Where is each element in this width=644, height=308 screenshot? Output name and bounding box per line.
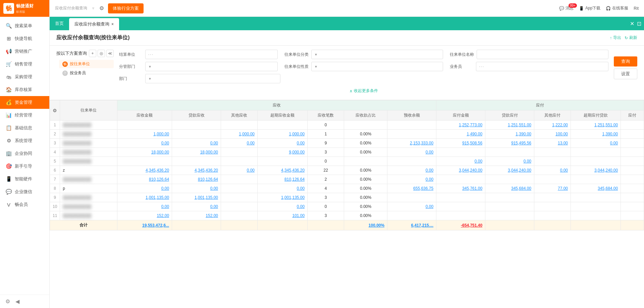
row-ar_advance-2[interactable]: 2,153,333.00 <box>387 139 436 148</box>
row-ar_other-1[interactable]: 1,000.00 <box>221 130 258 139</box>
row-ar_overdue-6[interactable]: 810,126.64 <box>258 175 308 184</box>
row-ap_amount-5[interactable]: 3,044,240.00 <box>436 166 485 175</box>
sidebar-item-smart-hw[interactable]: 📱智能硬件 <box>0 173 49 185</box>
query-button[interactable]: 查询 <box>614 56 637 67</box>
settlement-unit-input[interactable]: ··· <box>145 50 278 59</box>
row-ar_amount-9[interactable]: 0.00 <box>117 202 172 211</box>
row-ar_amount-7[interactable]: 0.00 <box>117 184 172 193</box>
sidebar-item-capital[interactable]: 💰资金管理 <box>0 96 49 109</box>
sidebar-item-search-menu[interactable]: 🔍搜索菜单 <box>0 19 49 32</box>
row-ap_other-7[interactable]: 77.00 <box>534 184 571 193</box>
row-ar_loan-6[interactable]: 810,126.64 <box>172 175 221 184</box>
branch-dept-input[interactable]: ▼ <box>145 62 278 71</box>
row-ar_loan-9[interactable]: 0.00 <box>172 202 221 211</box>
settings-button[interactable]: 设置 <box>614 69 637 79</box>
row-ap_loan-0[interactable]: 1,251,551.00 <box>485 121 534 130</box>
solution-button[interactable]: 体验行业方案 <box>108 3 144 13</box>
total-ar-advance[interactable]: 6,417,215.... <box>387 220 436 230</box>
row-ar_advance-5[interactable]: 0.00 <box>387 166 436 175</box>
row-ar_loan-8[interactable]: 1,001,135.00 <box>172 193 221 202</box>
row-ar_loan-2[interactable]: 0.00 <box>172 139 221 148</box>
row-ap_loan-2[interactable]: 915,495.56 <box>485 139 534 148</box>
filter-option-by-staff[interactable]: ⏱ 按业务员 <box>59 69 114 77</box>
row-ar_advance-6[interactable]: 0.00 <box>387 175 436 184</box>
total-ap-amount[interactable]: -654,751.40 <box>436 220 485 230</box>
sidebar-item-inventory[interactable]: 🏠库存核算 <box>0 83 49 96</box>
row-ap_other-0[interactable]: 1,222.00 <box>534 121 571 130</box>
row-ar_overdue-3[interactable]: 9,000.00 <box>258 148 308 157</box>
sidebar-item-sales[interactable]: 🛒销售管理 <box>0 58 49 71</box>
filter-option-by-unit[interactable]: 畅 按往来单位 <box>59 60 114 68</box>
row-ap_amount-2[interactable]: 915,508.56 <box>436 139 485 148</box>
row-ar_other-5[interactable]: 0.00 <box>221 166 258 175</box>
row-ar_overdue-9[interactable]: 0.00 <box>258 202 308 211</box>
row-ar_overdue-7[interactable]: 0.00 <box>258 184 308 193</box>
row-ar_other-2[interactable]: 0.00 <box>221 139 258 148</box>
sidebar-item-quick-nav[interactable]: ⊞快捷导航 <box>0 32 49 45</box>
row-ar_loan-7[interactable]: 0.00 <box>172 184 221 193</box>
table-settings-header[interactable]: ⚙ <box>50 100 60 121</box>
row-ar_overdue-1[interactable]: 1,000.00 <box>258 130 308 139</box>
row-ar_overdue-8[interactable]: 1,001,135.00 <box>258 193 308 202</box>
row-ar_amount-1[interactable]: 1,000.00 <box>117 130 172 139</box>
sidebar-item-member[interactable]: V畅会员 <box>0 198 49 211</box>
sidebar-item-operation[interactable]: 📊经营管理 <box>0 109 49 122</box>
tab-close-window[interactable]: ✕ <box>630 20 634 27</box>
export-button[interactable]: ↑ 导出 <box>610 35 621 41</box>
salesperson-input[interactable]: ··· <box>476 62 608 71</box>
dept-input[interactable]: ▼ <box>145 74 280 83</box>
row-ar_advance-9[interactable]: 0.00 <box>387 202 436 211</box>
row-ap_other-1[interactable]: 100.00 <box>534 130 571 139</box>
row-ar_amount-3[interactable]: 18,000.00 <box>117 148 172 157</box>
user-menu[interactable]: Rit <box>634 6 639 11</box>
row-ap_other-5[interactable]: 0.00 <box>534 166 571 175</box>
row-ap_amount-4[interactable]: 0.00 <box>436 157 485 166</box>
tab-maximize[interactable]: ⊡ <box>637 20 641 27</box>
partner-name-input[interactable] <box>477 50 608 59</box>
tab-ar-ap-query[interactable]: 应收应付余额查询 × <box>69 18 119 30</box>
row-ap_loan-7[interactable]: 345,684.00 <box>485 184 534 193</box>
tab-close-icon[interactable]: × <box>111 22 114 27</box>
row-ap_loan-1[interactable]: 1,390.00 <box>485 130 534 139</box>
row-ap_amount-0[interactable]: 1,252,773.00 <box>436 121 485 130</box>
row-ar_amount-6[interactable]: 810,126.64 <box>117 175 172 184</box>
row-ap_amount-7[interactable]: 345,761.00 <box>436 184 485 193</box>
row-ar_loan-10[interactable]: 152.00 <box>172 211 221 220</box>
row-ap_amount-1[interactable]: 1,490.00 <box>436 130 485 139</box>
more-scheme-icon[interactable]: ≪ <box>106 50 114 57</box>
sidebar-collapse-icon[interactable]: ◀ <box>15 298 19 305</box>
sidebar-item-purchase[interactable]: 🛍采购管理 <box>0 71 49 83</box>
row-ar_advance-7[interactable]: 655,636.75 <box>387 184 436 193</box>
row-ar_loan-3[interactable]: 18,000.00 <box>172 148 221 157</box>
row-ar_overdue-2[interactable]: 0.00 <box>258 139 308 148</box>
app-download-action[interactable]: 📱 App下载 <box>579 5 600 11</box>
sidebar-item-basic-info[interactable]: 📋基础信息 <box>0 122 49 134</box>
partner-nature-input[interactable]: ▼ <box>311 62 443 71</box>
row-ar_amount-8[interactable]: 1,001,135.00 <box>117 193 172 202</box>
row-ar_amount-5[interactable]: 4,345,436.20 <box>117 166 172 175</box>
row-ar_advance-3[interactable]: 0.00 <box>387 148 436 157</box>
header-settings-icon[interactable]: ⚙ <box>99 5 104 11</box>
partner-category-input[interactable]: ▼ <box>311 50 443 59</box>
row-ap_overdue-7[interactable]: 345,684.00 <box>571 184 621 193</box>
sidebar-settings-icon[interactable]: ⚙ <box>5 298 10 305</box>
row-ap_other-2[interactable]: 13.00 <box>534 139 571 148</box>
filter-collapse[interactable]: ∧ 收起更多条件 <box>119 86 608 96</box>
refresh-button[interactable]: ↻ 刷新 <box>625 35 637 41</box>
sidebar-item-enterprise[interactable]: 🏢企业协同 <box>0 147 49 160</box>
sidebar-item-weixin[interactable]: 💬企业微信 <box>0 185 49 198</box>
row-ap_overdue-0[interactable]: 1,251,551.00 <box>571 121 621 130</box>
edit-scheme-icon[interactable]: ◎ <box>98 50 105 57</box>
row-ar_amount-2[interactable]: 0.00 <box>117 139 172 148</box>
row-ar_overdue-5[interactable]: 4,345,436.20 <box>258 166 308 175</box>
sidebar-item-sys-mgmt[interactable]: ⚙系统管理 <box>0 134 49 147</box>
row-ap_overdue-1[interactable]: 1,390.00 <box>571 130 621 139</box>
message-action[interactable]: 💬 消息 99+ <box>559 5 574 11</box>
row-ap_loan-5[interactable]: 3,044,240.00 <box>485 166 534 175</box>
row-ar_overdue-10[interactable]: 101.00 <box>258 211 308 220</box>
total-ar-amount[interactable]: 19,553,472,6... <box>117 220 172 230</box>
row-ar_amount-10[interactable]: 152.00 <box>117 211 172 220</box>
tab-home[interactable]: 首页 <box>50 17 69 30</box>
sidebar-item-marketing[interactable]: 📢营销推广 <box>0 45 49 58</box>
add-scheme-icon[interactable]: + <box>89 50 96 57</box>
